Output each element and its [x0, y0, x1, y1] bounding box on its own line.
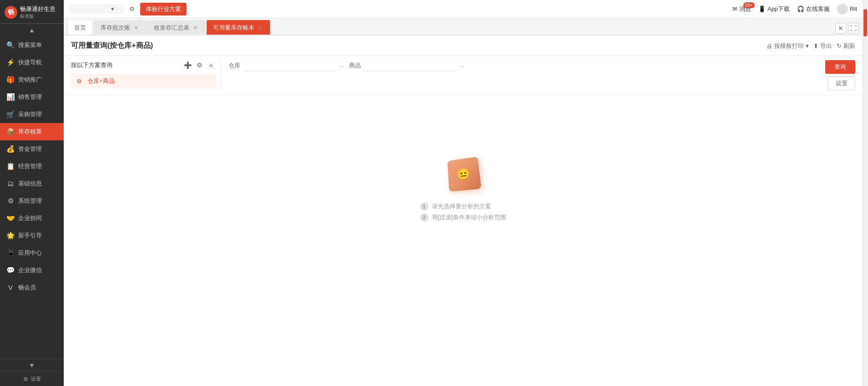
headset-icon: 🎧	[797, 5, 804, 12]
sidebar-item-system[interactable]: ⚙ 系统管理	[0, 192, 64, 210]
tab-home[interactable]: 首页	[67, 21, 93, 35]
filter-field-warehouse: 仓库 ···	[228, 60, 344, 71]
warehouse-input[interactable]	[244, 60, 335, 71]
close-icon: ✕	[838, 25, 843, 32]
sidebar-item-label: 系统管理	[18, 197, 42, 205]
inventory-icon: 📦	[6, 128, 15, 136]
add-scheme-btn[interactable]: ➕	[183, 60, 193, 70]
industry-btn[interactable]: 体验行业方案	[140, 3, 187, 15]
product-more-btn[interactable]: ···	[459, 62, 464, 69]
sidebar-item-shortcut[interactable]: ⚡ 快捷导航	[0, 54, 64, 71]
hint-text-2: 用[过滤]条件来缩小分析范围	[432, 213, 506, 221]
sidebar-item-base[interactable]: 🗂 基础信息	[0, 175, 64, 192]
sidebar-logo: 畅 畅康通好生意 标准版	[5, 5, 59, 20]
wechat-icon: 💬	[6, 266, 15, 274]
filter-fields: 仓库 ··· 商品 ··· 查询 设置	[221, 60, 855, 90]
sidebar-item-inventory[interactable]: 📦 库存核算	[0, 123, 64, 140]
filter-buttons: 查询 设置	[825, 60, 855, 90]
refresh-icon: ↻	[837, 42, 842, 49]
tab-label-available: 可用量库存账本	[213, 24, 254, 32]
sidebar-item-search[interactable]: 🔍 搜索菜单	[0, 36, 64, 54]
sidebar-nav: 🔍 搜索菜单 ⚡ 快捷导航 🎁 营销推广 📊 销售管理 🛒 采购管理 📦 库存核…	[0, 36, 64, 359]
message-badge: 99+	[743, 2, 755, 8]
filter-schemes-header: 按以下方案查询 ➕ ⚙ «	[71, 60, 216, 70]
sidebar-item-sales[interactable]: 📊 销售管理	[0, 88, 64, 106]
empty-state: 😐 1 请先选择要分析的方案 2 用[过滤]条件来缩小分析范围	[64, 95, 863, 278]
filter-settings-btn[interactable]: 设置	[828, 77, 855, 90]
fullscreen-btn[interactable]: ⛶	[848, 23, 859, 34]
scheme-item-warehouse-product[interactable]: ⚙ 仓库+商品	[71, 74, 216, 88]
sales-icon: 📊	[6, 93, 15, 101]
page-title: 可用量查询(按仓库+商品)	[71, 41, 153, 51]
header-gear-btn[interactable]: ⚙	[127, 4, 137, 14]
empty-illustration: 😐	[441, 151, 486, 197]
message-icon: ✉	[732, 5, 737, 12]
box-face-icon: 😐	[456, 167, 471, 181]
sidebar-item-label: 企业微信	[18, 266, 42, 274]
print-btn[interactable]: 🖨 按模板打印 ▾	[766, 42, 809, 50]
online-service-btn[interactable]: 🎧 在线客服	[797, 5, 830, 13]
filter-area: 按以下方案查询 ➕ ⚙ « ⚙ 仓库+商品 仓库	[64, 56, 863, 95]
hint-num-2: 2	[420, 213, 428, 221]
product-input[interactable]	[365, 60, 456, 71]
sidebar-item-label: 应用中心	[18, 249, 42, 257]
sidebar-item-wechat[interactable]: 💬 企业微信	[0, 262, 64, 279]
sidebar-item-purchase[interactable]: 🛒 采购管理	[0, 106, 64, 123]
operation-icon: 📋	[6, 162, 15, 170]
message-btn[interactable]: ✉ 消息 99+	[732, 5, 751, 13]
empty-hint-1: 1 请先选择要分析的方案	[420, 202, 506, 211]
sidebar-scroll-down[interactable]: ▼	[0, 359, 64, 371]
tab-label-home: 首页	[74, 24, 86, 32]
sidebar-item-label: 营销推广	[18, 76, 42, 84]
marketing-icon: 🎁	[6, 76, 15, 84]
sidebar-footer[interactable]: ⚙ 设置	[0, 371, 64, 386]
sidebar-item-label: 库存核算	[18, 128, 42, 136]
hint-text-1: 请先选择要分析的方案	[432, 202, 491, 211]
settings-scheme-btn[interactable]: ⚙	[194, 60, 204, 70]
close-tab-btn[interactable]: ✕	[835, 23, 846, 34]
tab-batch[interactable]: 库存批次账✕	[94, 21, 146, 35]
collapse-scheme-btn[interactable]: «	[206, 60, 216, 70]
empty-hint-2: 2 用[过滤]条件来缩小分析范围	[420, 213, 506, 221]
dropdown-icon: ▾	[111, 5, 114, 12]
newuser-icon: 🌟	[6, 232, 15, 240]
sidebar-header: 畅 畅康通好生意 标准版	[0, 0, 64, 24]
header-search-group: ▾	[69, 4, 124, 14]
appstore-icon: 📱	[6, 249, 15, 257]
empty-hints: 1 请先选择要分析的方案 2 用[过滤]条件来缩小分析范围	[420, 202, 506, 221]
tab-close-batch[interactable]: ✕	[133, 25, 139, 31]
filter-schemes-label: 按以下方案查询	[71, 61, 112, 69]
right-scrollbar[interactable]	[863, 0, 868, 386]
sidebar-item-label: 销售管理	[18, 93, 42, 101]
filter-field-product: 商品 ···	[349, 60, 464, 71]
user-menu-btn[interactable]: Rit	[837, 4, 857, 15]
tab-close-available[interactable]: ✕	[257, 25, 264, 31]
sidebar-item-vip[interactable]: V 畅会员	[0, 279, 64, 296]
sidebar-item-label: 搜索菜单	[18, 41, 42, 49]
sidebar-item-finance[interactable]: 💰 资金管理	[0, 140, 64, 158]
sidebar-item-newuser[interactable]: 🌟 新手引导	[0, 227, 64, 244]
scroll-thumb[interactable]	[863, 9, 867, 36]
sidebar-item-operation[interactable]: 📋 经营管理	[0, 158, 64, 175]
tab-available[interactable]: 可用量库存账本✕	[206, 20, 270, 35]
gear-icon: ⚙	[129, 5, 135, 12]
sidebar-item-marketing[interactable]: 🎁 营销推广	[0, 71, 64, 88]
header-dropdown-btn[interactable]: ▾	[111, 5, 114, 12]
chevron-down-icon: ▼	[29, 362, 35, 369]
tab-label-summary: 收发存汇总表	[154, 24, 189, 32]
sidebar-item-appstore[interactable]: 📱 应用中心	[0, 244, 64, 262]
export-btn[interactable]: ⬆ 导出	[813, 42, 832, 50]
empty-box-icon: 😐	[447, 157, 481, 192]
warehouse-more-btn[interactable]: ···	[339, 62, 344, 69]
sidebar-item-enterprise[interactable]: 🤝 企业协同	[0, 210, 64, 227]
refresh-btn[interactable]: ↻ 刷新	[837, 42, 855, 50]
tab-bar-actions: ✕ ⛶	[835, 23, 859, 35]
header-search-input[interactable]	[73, 6, 109, 12]
mobile-icon: 📱	[758, 5, 766, 12]
query-btn[interactable]: 查询	[825, 60, 855, 74]
tab-close-summary[interactable]: ✕	[192, 25, 198, 31]
main-area: ▾ ⚙ 体验行业方案 ✉ 消息 99+ 📱 App下载 🎧 在	[64, 0, 863, 386]
app-download-btn[interactable]: 📱 App下载	[758, 5, 790, 13]
tab-summary[interactable]: 收发存汇总表✕	[147, 21, 205, 35]
sidebar-scroll-up[interactable]: ▲	[0, 24, 64, 36]
